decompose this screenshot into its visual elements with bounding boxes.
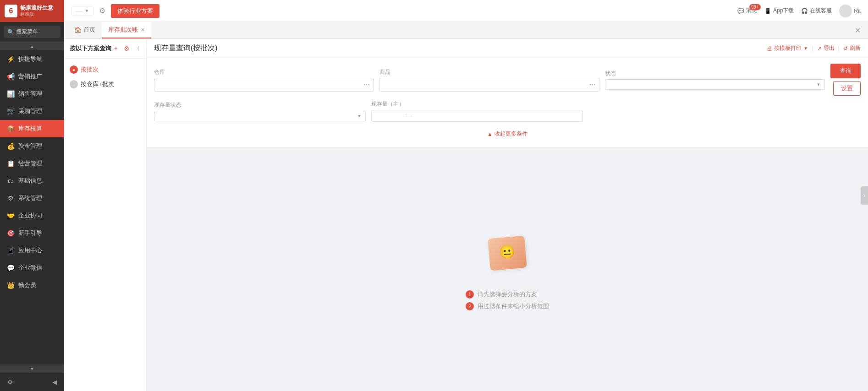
refresh-button[interactable]: ↺ 刷新 [843,44,861,52]
collapse-icon: ◀ [52,379,57,386]
settings-icon: ⚙ [7,379,13,386]
stock-status-label: 现存量状态 [154,101,366,109]
filter-area: 仓库 ··· 商品 ··· 状态 [147,58,868,147]
sidebar-nav: ⚡ 快捷导航 📢 营销推广 📊 销售管理 🛒 采购管理 📦 库存核算 💰 资金管… [0,50,64,364]
sidebar-settings-button[interactable]: ⚙ [5,377,15,387]
empty-hints: 1 请先选择要分析的方案 2 用过滤条件来缩小分析范围 [466,290,549,310]
sidebar-item-label: 库存核算 [18,125,42,133]
export-label: 导出 [824,44,835,52]
empty-box-illustration [488,236,527,271]
scheme-item-by-batch[interactable]: ● 按批次 [64,62,146,77]
sidebar-item-label: 采购管理 [18,107,42,115]
sidebar-item-label: 畅会员 [18,281,36,289]
sidebar-item-label: 企业微信 [18,264,42,272]
user-profile[interactable]: Rit [839,5,861,17]
message-badge: 99+ [749,4,761,10]
collapse-left-icon: 《 [134,45,140,52]
sidebar-item-wechat[interactable]: 💬 企业微信 [0,259,64,277]
user-name: Rit [854,8,861,14]
tab-close-icon[interactable]: ✕ [141,27,145,33]
stock-main-range[interactable]: — [371,110,583,122]
scheme-settings-button[interactable]: ⚙ [123,43,131,54]
empty-state: 1 请先选择要分析的方案 2 用过滤条件来缩小分析范围 [147,147,868,391]
stock-status-select[interactable]: ▼ [154,111,366,121]
dropdown-placeholder: ── [76,8,83,14]
range-start-input[interactable] [375,113,403,119]
chevron-down-icon: ▼ [816,82,821,87]
print-template-button[interactable]: 🖨 按模板打印 ▼ [767,44,808,52]
sidebar-item-quick-nav[interactable]: ⚡ 快捷导航 [0,50,64,68]
sidebar-item-label: 资金管理 [18,142,42,150]
product-more-icon[interactable]: ··· [589,81,595,89]
inventory-icon: 📦 [6,125,15,133]
phone-icon: 📱 [764,8,771,14]
export-icon: ↗ [817,45,822,52]
collapse-panel-button[interactable]: 《 [133,43,141,54]
tab-inventory-batch[interactable]: 库存批次账 ✕ [102,22,151,38]
sidebar-item-system[interactable]: ⚙ 系统管理 [0,190,64,207]
sidebar-item-apps[interactable]: 📱 应用中心 [0,242,64,259]
sidebar-scroll-up[interactable]: ▲ [0,42,64,50]
sidebar-item-basics[interactable]: 🗂 基础信息 [0,172,64,190]
left-panel-actions: ＋ ⚙ 《 [112,43,141,54]
content-area: 按以下方案查询 ＋ ⚙ 《 ● [64,39,868,391]
add-scheme-button[interactable]: ＋ [112,43,120,54]
operations-icon: 📋 [6,159,15,168]
status-select[interactable]: ▼ [605,79,825,90]
scheme-active-icon: ● [70,65,78,74]
scheme-item-label: 按仓库+批次 [81,80,114,88]
sidebar-item-operations[interactable]: 📋 经营管理 [0,155,64,172]
app-version: 标准版 [20,11,53,17]
sidebar-item-marketing[interactable]: 📢 营销推广 [0,68,64,85]
warehouse-input[interactable]: ··· [154,78,374,92]
sidebar-item-member[interactable]: 👑 畅会员 [0,277,64,294]
sidebar-scroll-down[interactable]: ▼ [0,364,64,373]
sidebar-item-inventory[interactable]: 📦 库存核算 [0,120,64,137]
sidebar-item-guide[interactable]: 🎯 新手引导 [0,224,64,242]
customer-service-action[interactable]: 🎧 在线客服 [801,7,832,15]
header-settings-icon[interactable]: ⚙ [97,5,107,17]
scheme-item-by-warehouse-batch[interactable]: ○ 按仓库+批次 [64,77,146,92]
app-name: 畅康通好生意 [20,5,53,11]
tab-inventory-batch-label: 库存批次账 [108,26,138,34]
collapse-more-button[interactable]: ▲ 收起更多条件 [154,126,861,141]
gear-icon: ⚙ [124,45,130,52]
status-filter: 状态 ▼ [605,70,825,90]
filter-row-1: 仓库 ··· 商品 ··· 状态 [154,64,861,96]
sidebar-collapse-button[interactable]: ◀ [50,377,59,387]
wechat-icon: 💬 [6,264,15,272]
header-dropdown[interactable]: ── ▼ [71,6,93,16]
hint-2-text: 用过滤条件来缩小分析范围 [478,302,549,310]
warehouse-filter-label: 仓库 [154,68,374,76]
main-area: ── ▼ ⚙ 体验行业方案 💬 消息 99+ 📱 App下载 🎧 在线客服 [64,0,868,391]
sidebar: 6 畅康通好生意 标准版 🔍 搜索菜单 ▲ ⚡ 快捷导航 📢 营销推广 📊 销售… [0,0,64,391]
product-input[interactable]: ··· [379,78,599,92]
settings-button[interactable]: 设置 [833,81,861,96]
search-menu-button[interactable]: 🔍 搜索菜单 [4,26,60,38]
tab-home[interactable]: 🏠 首页 [68,22,102,38]
export-button[interactable]: ↗ 导出 [817,44,835,52]
sidebar-item-sales[interactable]: 📊 销售管理 [0,85,64,103]
warehouse-more-icon[interactable]: ··· [364,81,370,89]
collapse-label: 收起更多条件 [494,130,527,138]
sidebar-item-purchase[interactable]: 🛒 采购管理 [0,103,64,120]
range-dash: — [406,113,411,119]
sidebar-footer: ⚙ ◀ [0,373,64,391]
sidebar-item-cooperation[interactable]: 🤝 企业协同 [0,207,64,224]
printer-icon: 🖨 [767,45,772,52]
sidebar-item-label: 营销推广 [18,72,42,81]
system-icon: ⚙ [6,194,15,202]
sidebar-item-finance[interactable]: 💰 资金管理 [0,137,64,155]
trial-button[interactable]: 体验行业方案 [111,4,159,18]
message-icon: 💬 [737,8,744,14]
marketing-icon: 📢 [6,72,15,81]
sidebar-header: 6 畅康通好生意 标准版 [0,0,64,22]
query-button[interactable]: 查询 [830,64,861,78]
app-download-action[interactable]: 📱 App下载 [764,7,794,15]
right-edge-collapse[interactable]: › [861,186,868,205]
tab-close-far-button[interactable]: ✕ [851,22,864,38]
cooperation-icon: 🤝 [6,212,15,220]
messages-action[interactable]: 💬 消息 99+ [737,7,757,15]
finance-icon: 💰 [6,142,15,150]
range-end-input[interactable] [414,113,441,119]
